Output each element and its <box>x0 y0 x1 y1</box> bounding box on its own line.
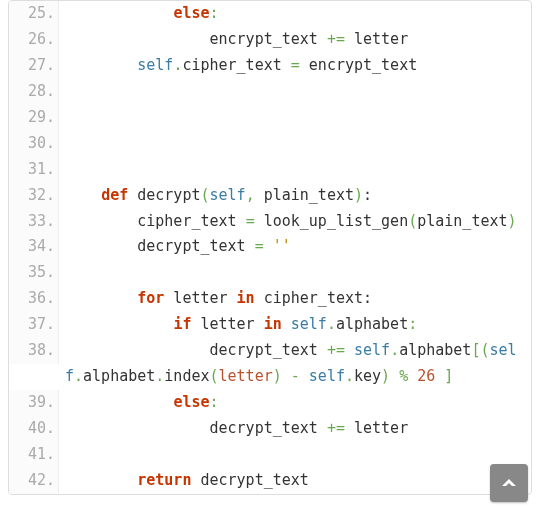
back-to-top-button[interactable] <box>490 464 528 502</box>
code-token <box>264 237 273 255</box>
code-line: 40. decrypt_text += letter <box>9 416 531 442</box>
code-line: 38. decrypt_text += self.alphabet[(self.… <box>9 338 531 390</box>
line-number: 26. <box>9 27 59 53</box>
code-token <box>282 315 291 333</box>
code-line: 42. return decrypt_text <box>9 468 531 494</box>
code-token <box>300 367 309 385</box>
code-token <box>345 341 354 359</box>
code-token: : <box>210 4 219 22</box>
code-token: ) <box>273 367 282 385</box>
code-line: 25. else: <box>9 1 531 27</box>
code-token: += <box>327 341 345 359</box>
code-token: plain_text <box>255 186 354 204</box>
code-token: letter <box>164 289 236 307</box>
code-content: encrypt_text += letter <box>59 27 531 53</box>
code-line: 37. if letter in self.alphabet: <box>9 312 531 338</box>
code-token <box>390 367 399 385</box>
code-token: decrypt <box>128 186 200 204</box>
code-token: letter <box>345 30 408 48</box>
code-token: def <box>101 186 128 204</box>
code-line: 30. <box>9 131 531 157</box>
code-line: 26. encrypt_text += letter <box>9 27 531 53</box>
code-token: = <box>291 56 300 74</box>
code-content: return decrypt_text <box>59 468 531 494</box>
code-token: self <box>309 367 345 385</box>
chevron-up-icon <box>499 473 519 493</box>
code-token: index <box>164 367 209 385</box>
code-line: 35. <box>9 260 531 286</box>
code-token: = <box>246 212 255 230</box>
code-token: encrypt_text <box>65 30 327 48</box>
code-token: . <box>345 367 354 385</box>
code-token: decrypt_text <box>65 419 327 437</box>
code-token: ) <box>354 186 363 204</box>
code-token: : <box>363 186 372 204</box>
code-token: cipher_text <box>65 212 246 230</box>
code-block: 25. else:26. encrypt_text += letter27. s… <box>8 0 532 495</box>
code-token: : <box>210 393 219 411</box>
code-token: '' <box>273 237 291 255</box>
code-content: cipher_text = look_up_list_gen(plain_tex… <box>59 209 531 235</box>
line-number: 30. <box>9 131 59 157</box>
code-token <box>65 4 173 22</box>
code-token: letter <box>191 315 263 333</box>
code-token <box>65 471 137 489</box>
line-number: 33. <box>9 209 59 235</box>
code-token: look_up_list_gen <box>255 212 409 230</box>
code-token <box>65 315 173 333</box>
code-token: self <box>210 186 246 204</box>
code-token <box>282 367 291 385</box>
code-token: for <box>137 289 164 307</box>
code-token: encrypt_text <box>300 56 417 74</box>
code-token: 26 <box>417 367 435 385</box>
code-line: 28. <box>9 79 531 105</box>
code-token: key <box>354 367 381 385</box>
code-line: 31. <box>9 157 531 183</box>
line-number: 38. <box>9 338 59 364</box>
line-number: 32. <box>9 183 59 209</box>
code-token: . <box>74 367 83 385</box>
line-number: 31. <box>9 157 59 183</box>
line-number: 40. <box>9 416 59 442</box>
line-number: 39. <box>9 390 59 416</box>
code-token: plain_text <box>417 212 507 230</box>
code-token: += <box>327 30 345 48</box>
code-token: alphabet <box>399 341 471 359</box>
code-token: : <box>363 289 372 307</box>
code-token: cipher_text <box>182 56 290 74</box>
code-token: . <box>327 315 336 333</box>
line-number: 28. <box>9 79 59 105</box>
code-token <box>65 186 101 204</box>
code-line: 34. decrypt_text = '' <box>9 234 531 260</box>
code-token: ( <box>210 367 219 385</box>
code-token: self <box>137 56 173 74</box>
code-content: else: <box>59 390 531 416</box>
code-token: else <box>173 393 209 411</box>
code-token: . <box>390 341 399 359</box>
code-token: . <box>155 367 164 385</box>
code-token: alphabet <box>83 367 155 385</box>
code-token: ] <box>444 367 453 385</box>
code-token: , <box>246 186 255 204</box>
code-line: 32. def decrypt(self, plain_text): <box>9 183 531 209</box>
code-token: letter <box>219 367 273 385</box>
code-token: self <box>291 315 327 333</box>
code-token: += <box>327 419 345 437</box>
code-token: cipher_text <box>255 289 363 307</box>
code-token: % <box>399 367 408 385</box>
code-content: decrypt_text += letter <box>59 416 531 442</box>
line-number: 36. <box>9 286 59 312</box>
line-number: 35. <box>9 260 59 286</box>
code-token: decrypt_text <box>65 237 255 255</box>
code-token: decrypt_text <box>65 341 327 359</box>
code-line: 39. else: <box>9 390 531 416</box>
line-number: 25. <box>9 1 59 27</box>
code-content: if letter in self.alphabet: <box>59 312 531 338</box>
code-token: alphabet <box>336 315 408 333</box>
code-token: : <box>408 315 417 333</box>
code-line: 29. <box>9 105 531 131</box>
code-token <box>65 289 137 307</box>
code-token <box>65 56 137 74</box>
code-token: = <box>255 237 264 255</box>
code-content: decrypt_text = '' <box>59 234 531 260</box>
